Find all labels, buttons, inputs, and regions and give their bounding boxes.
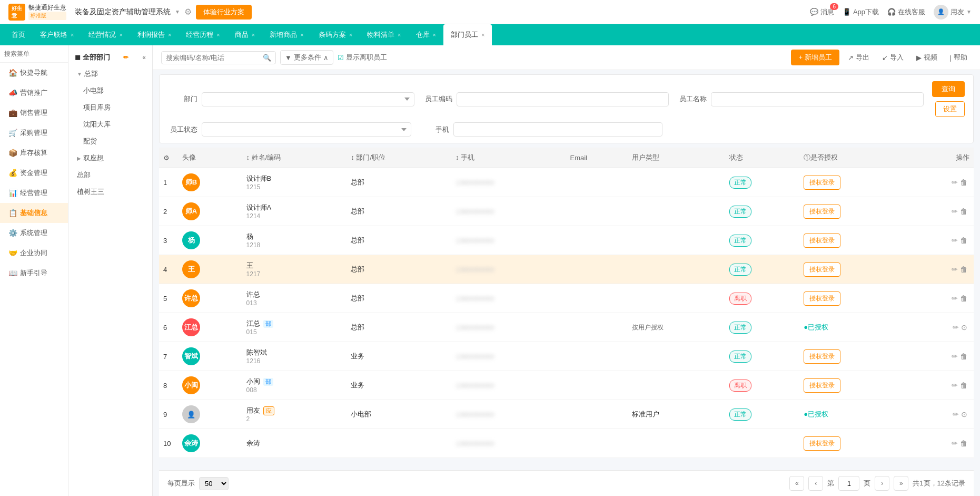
prev-page-button[interactable]: ‹	[808, 476, 823, 491]
dept-select[interactable]	[202, 92, 414, 106]
sidebar-item-marketing[interactable]: 📣 营销推广	[0, 83, 68, 103]
edit-icon[interactable]: ✏	[952, 265, 958, 274]
auth-button[interactable]: 授权登录	[804, 378, 840, 393]
auth-button[interactable]: 授权登录	[804, 349, 840, 364]
tab-home[interactable]: 首页	[4, 24, 33, 45]
sidebar-item-purchase[interactable]: 🛒 采购管理	[0, 123, 68, 143]
edit-icon[interactable]: ✏	[953, 323, 959, 332]
dept-tree-item-xiao-dian[interactable]: 小电部	[79, 82, 152, 99]
set-button[interactable]: 设置	[935, 101, 965, 117]
video-button[interactable]: ▶ 视频	[912, 51, 942, 64]
dept-tree-item-zongbu[interactable]: 总部	[68, 167, 152, 183]
th-dept-pos[interactable]: ↕ 部门/职位	[347, 148, 451, 168]
emp-status-select[interactable]	[202, 122, 411, 137]
delete-icon[interactable]: 🗑	[960, 294, 967, 303]
tab-journey[interactable]: 经营历程 ×	[179, 24, 227, 45]
tab-bom[interactable]: 物料清单 ×	[360, 24, 408, 45]
export-button[interactable]: ↗ 导出	[844, 51, 874, 64]
tab-add-goods[interactable]: 新增商品 ×	[262, 24, 311, 45]
tab-barcode[interactable]: 条码方案 ×	[311, 24, 360, 45]
delete-icon[interactable]: 🗑	[960, 207, 967, 216]
th-settings[interactable]: ⚙	[159, 148, 178, 168]
sidebar-item-basic-info[interactable]: 📋 基础信息	[0, 203, 68, 223]
close-icon[interactable]: ×	[349, 32, 352, 38]
trial-button[interactable]: 体验行业方案	[196, 5, 252, 20]
emp-code-input[interactable]	[457, 92, 669, 106]
th-phone[interactable]: ↕ 手机	[451, 148, 566, 168]
app-download-button[interactable]: 📱 App下载	[843, 7, 879, 17]
sidebar-search-input[interactable]	[4, 50, 68, 57]
auth-button[interactable]: 授权登录	[804, 234, 840, 248]
close-icon[interactable]: ×	[168, 32, 171, 38]
sys-title-chevron-icon[interactable]: ▼	[175, 9, 180, 15]
auth-button[interactable]: 授权登录	[804, 291, 840, 306]
sidebar-item-collab[interactable]: 🤝 企业协同	[0, 243, 68, 263]
dept-tree-item-peihuo[interactable]: 配货	[79, 133, 152, 150]
tab-dept-staff[interactable]: 部门员工 ×	[443, 24, 492, 45]
tab-customer[interactable]: 客户联络 ×	[33, 24, 81, 45]
edit-icon[interactable]: ✏	[952, 294, 958, 303]
auth-button[interactable]: 授权登录	[804, 262, 840, 277]
dept-tree-item-project-room[interactable]: 项目库房	[79, 99, 152, 116]
close-icon[interactable]: ×	[433, 32, 436, 38]
import-button[interactable]: ↙ 导入	[878, 51, 908, 64]
settings-icon[interactable]: ⚙	[184, 7, 192, 17]
auth-button[interactable]: 授权登录	[804, 205, 840, 219]
delete-icon[interactable]: 🗑	[960, 381, 967, 390]
delete-icon[interactable]: 🗑	[960, 439, 967, 448]
sidebar-item-inventory[interactable]: 📦 库存核算	[0, 143, 68, 163]
emp-name-input[interactable]	[711, 92, 924, 106]
edit-icon[interactable]: ✏	[952, 352, 958, 361]
delete-icon[interactable]: 🗑	[960, 352, 967, 361]
dept-collapse-icon[interactable]: «	[142, 54, 146, 61]
delete-icon[interactable]: 🗑	[960, 178, 967, 187]
page-number-input[interactable]	[838, 476, 859, 491]
tab-operations[interactable]: 经营情况 ×	[81, 24, 130, 45]
tab-goods[interactable]: 商品 ×	[227, 24, 262, 45]
close-icon[interactable]: ×	[481, 32, 484, 38]
edit-icon[interactable]: ✏	[952, 207, 958, 216]
close-icon[interactable]: ×	[252, 32, 255, 38]
tab-profit[interactable]: 利润报告 ×	[130, 24, 179, 45]
close-icon[interactable]: ×	[398, 32, 401, 38]
query-button[interactable]: 查询	[932, 81, 965, 97]
message-button[interactable]: 💬 消息 6	[810, 7, 834, 17]
next-page-button[interactable]: ›	[875, 476, 889, 491]
per-page-select[interactable]: 50 100	[199, 477, 229, 490]
phone-input[interactable]	[453, 122, 663, 137]
dept-tree-item-zhishu[interactable]: 植树王三	[68, 183, 152, 200]
sidebar-item-guide[interactable]: 📖 新手引导	[0, 263, 68, 283]
first-page-button[interactable]: «	[789, 476, 804, 491]
close-icon[interactable]: ×	[216, 32, 220, 38]
close-icon[interactable]: ×	[119, 32, 122, 38]
dept-tree-item-zongbu-root[interactable]: ▼ 总部	[68, 65, 152, 82]
dept-tree-item-shuangzuo[interactable]: ▶ 双座想	[68, 150, 152, 167]
close-icon[interactable]: ×	[71, 32, 74, 38]
last-page-button[interactable]: »	[894, 476, 908, 491]
tab-warehouse[interactable]: 仓库 ×	[409, 24, 443, 45]
dept-edit-icon[interactable]: ✏	[123, 54, 128, 61]
th-name-code[interactable]: ↕ 姓名/编码	[242, 148, 347, 168]
edit-icon[interactable]: ✏	[952, 381, 958, 390]
close-icon[interactable]: ×	[300, 32, 303, 38]
sidebar-item-quick-nav[interactable]: 🏠 快捷导航	[0, 63, 68, 83]
copy-icon[interactable]: ⊙	[961, 410, 967, 419]
auth-button[interactable]: 授权登录	[804, 176, 840, 190]
sidebar-item-system[interactable]: ⚙️ 系统管理	[0, 223, 68, 243]
search-input[interactable]	[166, 54, 261, 62]
edit-icon[interactable]: ✏	[952, 439, 958, 448]
add-employee-button[interactable]: + 新增员工	[791, 50, 839, 65]
online-service-button[interactable]: 🎧 在线客服	[887, 7, 925, 17]
sidebar-item-operations[interactable]: 📊 经营管理	[0, 183, 68, 203]
dept-tree-item-shenyang[interactable]: 沈阳大库	[79, 116, 152, 133]
filter-button[interactable]: ▼ 更多条件 ∧	[280, 50, 333, 65]
edit-icon[interactable]: ✏	[952, 236, 958, 245]
edit-icon[interactable]: ✏	[952, 178, 958, 187]
copy-icon[interactable]: ⊙	[961, 323, 967, 332]
sidebar-item-finance[interactable]: 💰 资金管理	[0, 163, 68, 183]
show-former-checkbox[interactable]: ☑ 显示离职员工	[338, 53, 387, 62]
auth-button[interactable]: 授权登录	[804, 436, 840, 451]
sidebar-item-sales[interactable]: 💼 销售管理	[0, 103, 68, 123]
edit-icon[interactable]: ✏	[953, 410, 959, 419]
user-menu[interactable]: 👤 用友 ▼	[934, 5, 972, 20]
